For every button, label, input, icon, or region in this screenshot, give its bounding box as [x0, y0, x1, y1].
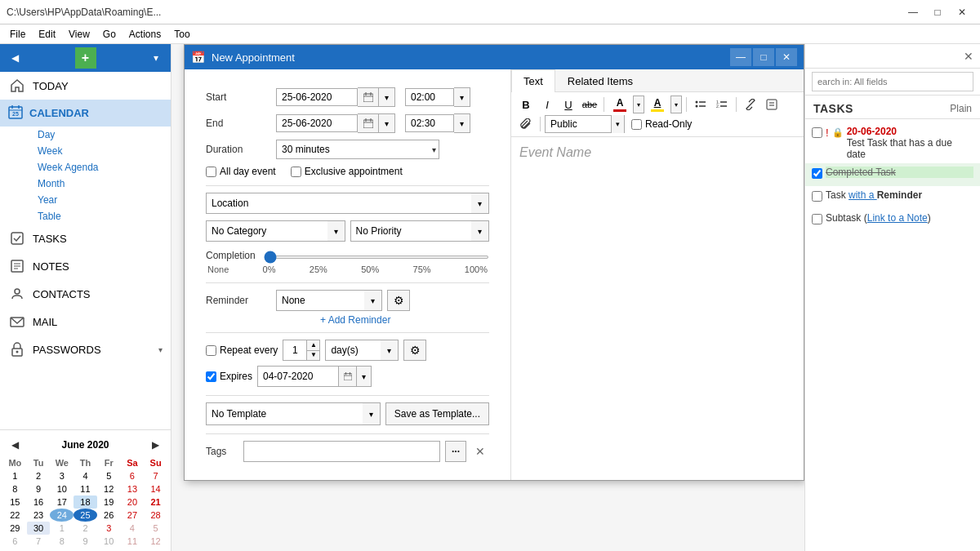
tags-clear-button[interactable]: ✕ — [471, 441, 489, 462]
tags-more-button[interactable]: ··· — [445, 441, 466, 462]
outer-window-controls[interactable]: — □ ✕ — [902, 3, 973, 21]
cal-day-jul-6[interactable]: 6 — [3, 535, 27, 548]
cal-day-20[interactable]: 20 — [121, 495, 145, 509]
task4-checkbox[interactable] — [812, 214, 822, 224]
repeat-checkbox-input[interactable] — [206, 345, 216, 356]
save-template-button[interactable]: Save as Template... — [385, 402, 489, 425]
exclusive-appointment-checkbox[interactable]: Exclusive appointment — [291, 166, 403, 177]
dialog-maximize-button[interactable]: □ — [753, 48, 774, 66]
menu-view[interactable]: View — [62, 27, 96, 42]
dialog-close-button[interactable]: ✕ — [776, 48, 797, 66]
cal-day-26[interactable]: 26 — [97, 509, 121, 522]
dialog-window-controls[interactable]: — □ ✕ — [730, 48, 797, 66]
toolbar-highlight-dropdown[interactable]: ▾ — [670, 96, 682, 113]
cal-day-24[interactable]: 24 — [50, 509, 74, 522]
expires-cal-button[interactable] — [339, 366, 357, 387]
task1-checkbox[interactable] — [812, 127, 822, 138]
start-time-dropdown-button[interactable]: ▾ — [454, 87, 470, 107]
tasks-panel-close-button[interactable]: ✕ — [964, 50, 973, 63]
cal-day-22[interactable]: 22 — [3, 509, 27, 522]
cal-day-4[interactable]: 4 — [74, 469, 97, 482]
event-name-area[interactable]: Event Name — [511, 137, 804, 480]
calendar-sub-week-agenda[interactable]: Week Agenda — [31, 159, 171, 176]
toolbar-underline-button[interactable]: U — [559, 96, 578, 113]
cal-day-jul-11[interactable]: 11 — [121, 535, 145, 548]
toolbar-attachment-button[interactable] — [516, 115, 536, 133]
cal-day-jul-3[interactable]: 3 — [97, 522, 121, 535]
calendar-sub-table[interactable]: Table — [31, 208, 171, 224]
visibility-dropdown-arrow[interactable]: ▾ — [611, 115, 624, 133]
repeat-checkbox-label[interactable]: Repeat every — [206, 344, 278, 356]
cal-day-10[interactable]: 10 — [50, 482, 74, 495]
toolbar-strikethrough-button[interactable]: abe — [580, 96, 599, 113]
sidebar-item-today[interactable]: TODAY — [0, 72, 171, 100]
cal-day-19[interactable]: 19 — [97, 495, 121, 509]
sidebar-item-mail[interactable]: MAIL — [0, 308, 171, 335]
cal-day-8[interactable]: 8 — [3, 482, 27, 495]
toolbar-unordered-list-button[interactable] — [691, 96, 710, 113]
expires-checkbox-input[interactable] — [206, 371, 216, 382]
cal-day-jul-4[interactable]: 4 — [121, 522, 145, 535]
read-only-label[interactable]: Read-Only — [631, 118, 692, 130]
toolbar-highlight-button[interactable]: A — [646, 96, 669, 113]
sidebar-item-contacts[interactable]: CONTACTS — [0, 280, 171, 308]
sidebar-item-passwords[interactable]: PASSWORDS ▾ — [0, 335, 171, 363]
reminder-gear-button[interactable]: ⚙ — [387, 290, 410, 311]
cal-day-23[interactable]: 23 — [27, 509, 51, 522]
end-date-dropdown-button[interactable]: ▾ — [379, 113, 395, 133]
mini-cal-prev[interactable]: ◀ — [7, 437, 23, 453]
sidebar-collapse-button[interactable]: ◀ — [7, 47, 23, 69]
cal-day-13[interactable]: 13 — [121, 482, 145, 495]
mini-cal-next[interactable]: ▶ — [148, 437, 164, 453]
menu-actions[interactable]: Actions — [122, 27, 167, 42]
read-only-checkbox[interactable] — [631, 119, 642, 130]
reminder-select[interactable]: None 5 minutes 15 minutes 30 minutes 1 h… — [276, 290, 382, 311]
task4-link[interactable]: Link to a Note — [867, 212, 928, 224]
sidebar-item-tasks[interactable]: TASKS — [0, 224, 171, 252]
task3-checkbox[interactable] — [812, 191, 822, 202]
cal-day-18[interactable]: 18 — [74, 495, 97, 509]
cal-day-jul-9[interactable]: 9 — [74, 535, 97, 548]
cal-day-jul-10[interactable]: 10 — [97, 535, 121, 548]
sidebar-expand-button[interactable]: ▾ — [148, 47, 164, 69]
dialog-minimize-button[interactable]: — — [730, 48, 751, 66]
start-time-input[interactable] — [405, 88, 454, 106]
calendar-sub-week[interactable]: Week — [31, 143, 171, 159]
end-date-picker-button[interactable] — [358, 113, 379, 133]
exclusive-checkbox-input[interactable] — [291, 167, 301, 177]
location-select[interactable]: Location — [206, 193, 489, 214]
tasks-panel-view[interactable]: Plain — [950, 103, 972, 114]
sidebar-item-notes[interactable]: NOTES — [0, 252, 171, 280]
toolbar-font-color-button[interactable]: A — [608, 96, 631, 113]
duration-select[interactable]: 30 minutes 1 hour 2 hours — [276, 140, 439, 159]
cal-day-15[interactable]: 15 — [3, 495, 27, 509]
toolbar-font-color-dropdown[interactable]: ▾ — [633, 96, 644, 113]
menu-tools[interactable]: Too — [167, 27, 196, 42]
repeat-down-button[interactable]: ▼ — [307, 351, 320, 362]
menu-edit[interactable]: Edit — [32, 27, 62, 42]
repeat-number-input[interactable] — [283, 340, 307, 361]
cal-day-jul-7[interactable]: 7 — [27, 535, 51, 548]
task3-link[interactable]: with a — [849, 189, 877, 201]
end-time-dropdown-button[interactable]: ▾ — [454, 113, 470, 133]
cal-day-14[interactable]: 14 — [144, 482, 167, 495]
cal-day-2[interactable]: 2 — [27, 469, 51, 482]
start-date-dropdown-button[interactable]: ▾ — [379, 87, 395, 107]
expires-date-dropdown[interactable]: ▾ — [357, 366, 372, 387]
sidebar-item-calendar[interactable]: 25 CALENDAR — [0, 100, 171, 127]
cal-day-5[interactable]: 5 — [97, 469, 121, 482]
cal-day-jul-8[interactable]: 8 — [50, 535, 74, 548]
cal-day-12[interactable]: 12 — [97, 482, 121, 495]
outer-minimize-button[interactable]: — — [902, 3, 924, 21]
all-day-event-checkbox[interactable]: All day event — [206, 166, 276, 177]
cal-day-jul-12[interactable]: 12 — [144, 535, 167, 548]
repeat-up-button[interactable]: ▲ — [307, 340, 320, 351]
menu-file[interactable]: File — [3, 27, 32, 42]
expires-date-input[interactable] — [257, 366, 339, 387]
task2-checkbox[interactable] — [812, 168, 822, 179]
cal-day-3[interactable]: 3 — [50, 469, 74, 482]
visibility-dropdown[interactable]: Public ▾ — [545, 115, 625, 133]
calendar-sub-month[interactable]: Month — [31, 176, 171, 192]
tab-related-items[interactable]: Related Items — [555, 69, 645, 92]
expires-checkbox-label[interactable]: Expires — [206, 371, 252, 382]
